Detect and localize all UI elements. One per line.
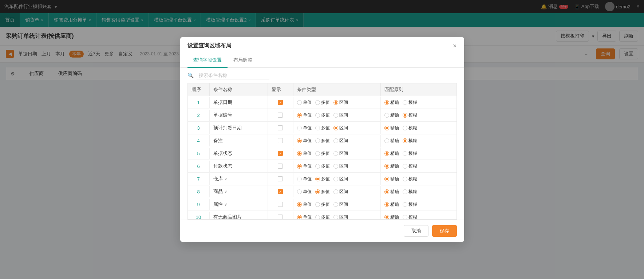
match-dot-exact: [384, 202, 389, 207]
dialog-title: 设置查询区域布局: [187, 42, 231, 49]
type-single[interactable]: 单值: [297, 201, 312, 208]
match-radio-group: 精确模糊: [384, 201, 417, 208]
save-button[interactable]: 保存: [432, 225, 457, 237]
radio-dot-range: [333, 202, 338, 207]
radio-dot-range: [333, 100, 338, 105]
radio-dot-multi: [315, 100, 320, 105]
cell-name: 单据日期: [210, 96, 268, 109]
match-exact[interactable]: 精确: [384, 125, 399, 131]
type-multi[interactable]: 多值: [315, 125, 330, 131]
match-fuzzy[interactable]: 模糊: [403, 176, 417, 182]
match-fuzzy[interactable]: 模糊: [403, 163, 417, 169]
show-checkbox[interactable]: ✓: [278, 151, 283, 156]
match-dot-fuzzy: [403, 138, 407, 143]
type-multi[interactable]: 多值: [315, 189, 330, 195]
type-single[interactable]: 单值: [297, 150, 312, 157]
expand-icon[interactable]: ∨: [224, 189, 227, 194]
radio-dot-single: [297, 100, 302, 105]
type-radio-group: 单值多值区间: [297, 189, 348, 195]
type-multi[interactable]: 多值: [315, 176, 330, 182]
type-radio-group: 单值多值区间: [297, 99, 348, 106]
type-multi[interactable]: 多值: [315, 150, 330, 157]
type-single[interactable]: 单值: [297, 189, 312, 195]
match-fuzzy[interactable]: 模糊: [403, 214, 417, 220]
type-range[interactable]: 区间: [333, 99, 348, 106]
match-exact[interactable]: 精确: [384, 99, 399, 106]
type-radio-group: 单值多值区间: [297, 201, 348, 208]
match-radio-group: 精确模糊: [384, 99, 417, 106]
radio-dot-multi: [315, 215, 320, 220]
match-exact[interactable]: 精确: [384, 176, 399, 182]
type-single[interactable]: 单值: [297, 214, 312, 220]
show-checkbox[interactable]: ✓: [278, 189, 283, 194]
cell-order: 4: [188, 135, 210, 146]
cell-name: 单据状态: [210, 147, 268, 160]
cell-type: 单值多值区间: [293, 199, 381, 211]
match-exact[interactable]: 精确: [384, 112, 399, 118]
match-exact[interactable]: 精确: [384, 138, 399, 144]
type-range[interactable]: 区间: [333, 189, 348, 195]
show-checkbox[interactable]: [278, 125, 283, 130]
type-multi[interactable]: 多值: [315, 138, 330, 144]
show-checkbox[interactable]: [278, 138, 283, 143]
cell-name: 有无商品图片: [210, 211, 268, 220]
match-dot-exact: [384, 100, 389, 105]
type-single[interactable]: 单值: [297, 112, 312, 118]
table-row: 2单据编号单值多值区间精确模糊: [188, 109, 457, 122]
type-multi[interactable]: 多值: [315, 201, 330, 208]
dialog-close-button[interactable]: ×: [453, 43, 457, 49]
type-single[interactable]: 单值: [297, 163, 312, 169]
match-fuzzy[interactable]: 模糊: [403, 150, 417, 157]
match-fuzzy[interactable]: 模糊: [403, 189, 417, 195]
type-multi[interactable]: 多值: [315, 99, 330, 106]
show-checkbox[interactable]: [278, 176, 283, 181]
cell-type: 单值多值区间: [293, 148, 381, 160]
type-single[interactable]: 单值: [297, 125, 312, 131]
radio-dot-multi: [315, 113, 320, 118]
type-range[interactable]: 区间: [333, 163, 348, 169]
expand-icon[interactable]: ∨: [224, 177, 227, 181]
type-range[interactable]: 区间: [333, 214, 348, 220]
cell-show: [268, 110, 293, 121]
match-fuzzy[interactable]: 模糊: [403, 201, 417, 208]
match-fuzzy[interactable]: 模糊: [403, 125, 417, 131]
type-single[interactable]: 单值: [297, 138, 312, 144]
match-exact[interactable]: 精确: [384, 201, 399, 208]
type-range[interactable]: 区间: [333, 201, 348, 208]
type-single[interactable]: 单值: [297, 99, 312, 106]
cell-show: [268, 173, 293, 184]
type-multi[interactable]: 多值: [315, 112, 330, 118]
cell-show: [268, 199, 293, 210]
type-multi[interactable]: 多值: [315, 214, 330, 220]
expand-icon[interactable]: ∨: [224, 202, 227, 207]
dialog-tab-query-field[interactable]: 查询字段设置: [187, 53, 228, 68]
search-input[interactable]: [197, 71, 269, 79]
type-range[interactable]: 区间: [333, 150, 348, 157]
type-range[interactable]: 区间: [333, 138, 348, 144]
type-range[interactable]: 区间: [333, 112, 348, 118]
show-checkbox[interactable]: [278, 164, 283, 169]
match-dot-fuzzy: [403, 177, 407, 181]
type-range[interactable]: 区间: [333, 125, 348, 131]
match-exact[interactable]: 精确: [384, 214, 399, 220]
type-range[interactable]: 区间: [333, 176, 348, 182]
show-checkbox[interactable]: ✓: [278, 100, 283, 105]
match-fuzzy[interactable]: 模糊: [403, 138, 417, 144]
show-checkbox[interactable]: [278, 215, 283, 220]
match-exact[interactable]: 精确: [384, 150, 399, 157]
cell-name: 仓库 ∨: [210, 173, 268, 185]
cancel-button[interactable]: 取消: [404, 225, 428, 237]
show-checkbox[interactable]: [278, 113, 283, 118]
match-dot-exact: [384, 113, 389, 118]
match-radio-group: 精确模糊: [384, 112, 417, 118]
dialog-tab-layout[interactable]: 布局调整: [228, 53, 258, 68]
type-single[interactable]: 单值: [297, 176, 312, 182]
match-fuzzy[interactable]: 模糊: [403, 112, 417, 118]
type-multi[interactable]: 多值: [315, 163, 330, 169]
match-exact[interactable]: 精确: [384, 163, 399, 169]
match-exact[interactable]: 精确: [384, 189, 399, 195]
table-row: 3预计到货日期单值多值区间精确模糊: [188, 122, 457, 134]
col-match: 匹配原则: [381, 83, 446, 96]
show-checkbox[interactable]: [278, 202, 283, 207]
match-fuzzy[interactable]: 模糊: [403, 99, 417, 106]
